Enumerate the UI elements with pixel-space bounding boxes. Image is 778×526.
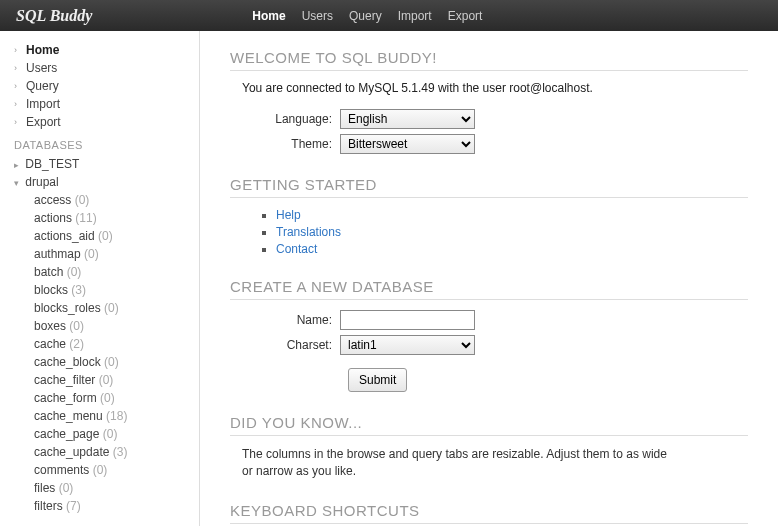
table-blocks_roles[interactable]: blocks_roles (0) <box>34 299 199 317</box>
table-authmap[interactable]: authmap (0) <box>34 245 199 263</box>
tips-heading: DID YOU KNOW... <box>230 414 748 436</box>
language-select[interactable]: English <box>340 109 475 129</box>
table-count: (0) <box>67 265 82 279</box>
table-count: (0) <box>104 355 119 369</box>
table-actions[interactable]: actions (11) <box>34 209 199 227</box>
link-contact[interactable]: Contact <box>276 242 317 256</box>
sidenav-users[interactable]: ›Users <box>14 59 199 77</box>
theme-label: Theme: <box>230 137 340 151</box>
database-list: ▸ DB_TEST▾ drupalaccess (0)actions (11)a… <box>14 155 199 515</box>
sidebar-scroll[interactable]: ›Home›Users›Query›Import›Export DATABASE… <box>0 31 200 526</box>
sidebar: ›Home›Users›Query›Import›Export DATABASE… <box>0 31 199 525</box>
create-db-heading: CREATE A NEW DATABASE <box>230 278 748 300</box>
chevron-right-icon: › <box>14 45 22 55</box>
table-count: (0) <box>104 301 119 315</box>
table-boxes[interactable]: boxes (0) <box>34 317 199 335</box>
table-cache_block[interactable]: cache_block (0) <box>34 353 199 371</box>
topnav-home[interactable]: Home <box>252 9 285 23</box>
table-count: (3) <box>71 283 86 297</box>
table-cache_page[interactable]: cache_page (0) <box>34 425 199 443</box>
table-batch[interactable]: batch (0) <box>34 263 199 281</box>
sidenav-import[interactable]: ›Import <box>14 95 199 113</box>
table-count: (0) <box>98 229 113 243</box>
chevron-right-icon: › <box>14 63 22 73</box>
sidenav-export[interactable]: ›Export <box>14 113 199 131</box>
link-translations[interactable]: Translations <box>276 225 341 239</box>
table-count: (0) <box>59 481 74 495</box>
getting-started-heading: GETTING STARTED <box>230 176 748 198</box>
topnav-export[interactable]: Export <box>448 9 483 23</box>
chevron-right-icon: ▸ <box>14 160 22 170</box>
connection-status: You are connected to MySQL 5.1.49 with t… <box>242 81 748 95</box>
charset-select[interactable]: latin1 <box>340 335 475 355</box>
table-actions_aid[interactable]: actions_aid (0) <box>34 227 199 245</box>
chevron-down-icon: ▾ <box>14 178 22 188</box>
table-count: (0) <box>99 373 114 387</box>
table-cache_filter[interactable]: cache_filter (0) <box>34 371 199 389</box>
tip-text: The columns in the browse and query tabs… <box>242 446 672 480</box>
table-filters[interactable]: filters (7) <box>34 497 199 515</box>
dbname-label: Name: <box>230 313 340 327</box>
table-count: (0) <box>103 427 118 441</box>
table-count: (0) <box>75 193 90 207</box>
charset-label: Charset: <box>230 338 340 352</box>
sidebar-nav: ›Home›Users›Query›Import›Export <box>14 41 199 131</box>
top-header: SQL Buddy HomeUsersQueryImportExport <box>0 0 778 31</box>
getting-started-links: HelpTranslationsContact <box>276 208 748 256</box>
table-cache_update[interactable]: cache_update (3) <box>34 443 199 461</box>
table-count: (7) <box>66 499 81 513</box>
databases-heading: DATABASES <box>14 131 199 155</box>
chevron-right-icon: › <box>14 99 22 109</box>
chevron-right-icon: › <box>14 117 22 127</box>
table-access[interactable]: access (0) <box>34 191 199 209</box>
chevron-right-icon: › <box>14 81 22 91</box>
table-count: (3) <box>113 445 128 459</box>
topnav-import[interactable]: Import <box>398 9 432 23</box>
table-count: (0) <box>93 463 108 477</box>
app-logo: SQL Buddy <box>16 7 92 25</box>
top-nav: HomeUsersQueryImportExport <box>252 9 482 23</box>
table-cache_menu[interactable]: cache_menu (18) <box>34 407 199 425</box>
table-count: (11) <box>75 211 96 225</box>
sidenav-home[interactable]: ›Home <box>14 41 199 59</box>
sidenav-query[interactable]: ›Query <box>14 77 199 95</box>
table-files[interactable]: files (0) <box>34 479 199 497</box>
table-count: (18) <box>106 409 127 423</box>
submit-button[interactable]: Submit <box>348 368 407 392</box>
db-drupal[interactable]: ▾ drupal <box>14 173 199 191</box>
link-help[interactable]: Help <box>276 208 301 222</box>
db-db_test[interactable]: ▸ DB_TEST <box>14 155 199 173</box>
topnav-query[interactable]: Query <box>349 9 382 23</box>
table-count: (0) <box>69 319 84 333</box>
topnav-users[interactable]: Users <box>302 9 333 23</box>
table-blocks[interactable]: blocks (3) <box>34 281 199 299</box>
theme-select[interactable]: Bittersweet <box>340 134 475 154</box>
table-count: (2) <box>69 337 84 351</box>
dbname-input[interactable] <box>340 310 475 330</box>
table-count: (0) <box>84 247 99 261</box>
language-label: Language: <box>230 112 340 126</box>
table-count: (0) <box>100 391 115 405</box>
shortcuts-heading: KEYBOARD SHORTCUTS <box>230 502 748 524</box>
table-cache[interactable]: cache (2) <box>34 335 199 353</box>
table-comments[interactable]: comments (0) <box>34 461 199 479</box>
table-cache_form[interactable]: cache_form (0) <box>34 389 199 407</box>
welcome-heading: WELCOME TO SQL BUDDY! <box>230 49 748 71</box>
main-content: WELCOME TO SQL BUDDY! You are connected … <box>200 31 778 526</box>
